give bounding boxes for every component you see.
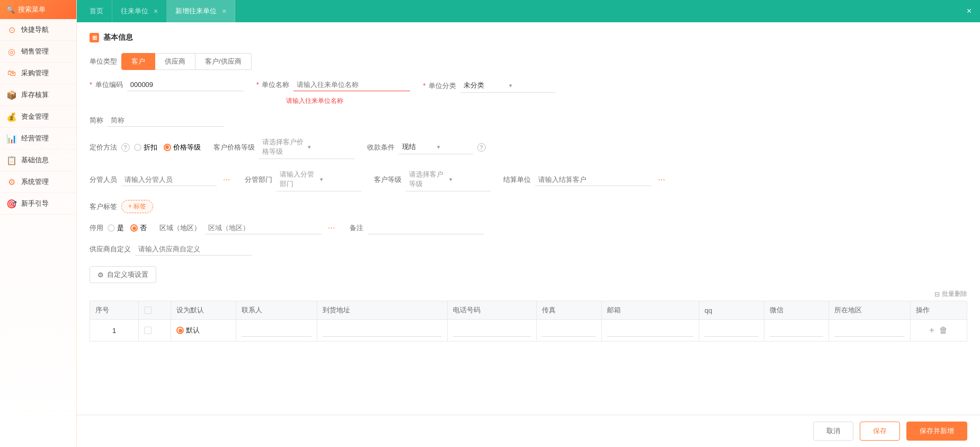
payment-terms-select[interactable]: 现结 ▾ — [399, 140, 473, 154]
custom-settings-label: 自定义项设置 — [107, 270, 148, 279]
search-menu-item[interactable]: 🔍 搜索菜单 — [0, 0, 76, 19]
table-row: 1 默认 — [90, 320, 967, 341]
sidebar-item-label: 基础信息 — [21, 155, 49, 165]
payment-terms-value: 现结 — [402, 142, 435, 152]
system-icon: ⚙ — [6, 177, 17, 187]
pricing-discount-label: 折扣 — [144, 143, 157, 152]
row-region-input[interactable] — [834, 324, 904, 337]
row-default-radio-item[interactable]: 默认 — [176, 326, 230, 335]
new-user-icon: 🎯 — [6, 198, 17, 209]
pricing-level-option[interactable]: 价格等级 — [164, 143, 201, 152]
sidebar-item-finance[interactable]: 💰 资金管理 — [0, 106, 76, 128]
disabled-no-radio — [130, 224, 138, 232]
unit-type-label: 单位类型 — [90, 57, 117, 66]
department-placeholder: 请输入分管部门 — [280, 170, 318, 189]
basic-info-icon: 📋 — [6, 155, 17, 165]
sidebar-item-operations[interactable]: 📊 经营管理 — [0, 128, 76, 150]
cancel-button[interactable]: 取消 — [813, 422, 853, 441]
col-email-header: 邮箱 — [601, 301, 699, 320]
customer-price-level-label: 客户价格等级 — [213, 143, 255, 152]
custom-settings-button[interactable]: ⚙ 自定义项设置 — [90, 266, 156, 283]
tab-new-partner[interactable]: 新增往来单位 × — [167, 0, 235, 22]
sidebar: 🔍 搜索菜单 ⊙ 快捷导航 ◎ 销售管理 🛍 采购管理 📦 库存核算 💰 资金管… — [0, 0, 77, 447]
row-wechat[interactable] — [764, 320, 829, 341]
customer-level-field: 客户等级 请选择客户等级 ▾ — [374, 168, 491, 191]
row-default: 默认 — [171, 320, 236, 341]
short-name-input[interactable] — [108, 114, 224, 127]
region-more-btn[interactable]: ··· — [326, 223, 337, 233]
disabled-no-label: 否 — [140, 223, 147, 233]
contacts-table: 序号 设为默认 联系人 到货地址 电话号码 — [90, 301, 967, 341]
sidebar-item-system[interactable]: ⚙ 系统管理 — [0, 171, 76, 193]
add-tag-button[interactable]: + 标签 — [121, 200, 153, 213]
disabled-no-option[interactable]: 否 — [130, 223, 147, 233]
section-title-label: 基本信息 — [103, 33, 133, 42]
row-default-label: 默认 — [186, 326, 200, 335]
row-email-input[interactable] — [607, 324, 693, 337]
unit-name-input[interactable] — [293, 78, 410, 91]
row-phone-input[interactable] — [453, 324, 531, 337]
unit-name-label: * 单位名称 — [256, 80, 290, 90]
payment-terms-help-icon[interactable]: ? — [477, 143, 486, 152]
unit-type-supplier-btn[interactable]: 供应商 — [155, 53, 195, 70]
sidebar-item-new-user[interactable]: 🎯 新手引导 — [0, 193, 76, 215]
row-contact[interactable] — [236, 320, 317, 341]
tab-partners[interactable]: 往来单位 × — [112, 0, 167, 22]
row-add-btn[interactable]: + — [928, 326, 936, 335]
batch-delete-area[interactable]: ⊟ 批量删除 — [90, 290, 967, 299]
customer-level-select[interactable]: 请选择客户等级 ▾ — [406, 168, 491, 191]
sidebar-item-quick-nav[interactable]: ⊙ 快捷导航 — [0, 19, 76, 41]
unit-type-both-btn[interactable]: 客户/供应商 — [195, 53, 252, 70]
row-wechat-input[interactable] — [770, 324, 824, 337]
manager-more-btn[interactable]: ··· — [221, 175, 232, 185]
sidebar-item-label: 经营管理 — [21, 134, 49, 143]
tab-new-partner-close[interactable]: × — [222, 7, 226, 15]
row-fax[interactable] — [537, 320, 602, 341]
pricing-help-icon[interactable]: ? — [121, 143, 130, 152]
manager-field: 分管人员 ··· — [90, 173, 232, 186]
settlement-unit-input[interactable] — [535, 173, 652, 186]
sidebar-item-inventory[interactable]: 📦 库存核算 — [0, 84, 76, 106]
settlement-unit-more-btn[interactable]: ··· — [656, 175, 667, 185]
payment-terms-field: 收款条件 现结 ▾ ? — [367, 140, 486, 154]
sidebar-item-basic-info[interactable]: 📋 基础信息 — [0, 150, 76, 171]
row-qq[interactable] — [699, 320, 764, 341]
save-and-new-button[interactable]: 保存并新增 — [906, 422, 967, 441]
save-button[interactable]: 保存 — [860, 422, 900, 441]
unit-type-customer-btn[interactable]: 客户 — [121, 53, 155, 70]
remark-input[interactable] — [368, 222, 484, 234]
department-select[interactable]: 请输入分管部门 ▾ — [277, 168, 361, 191]
sidebar-item-label: 快捷导航 — [21, 25, 49, 34]
select-all-checkbox[interactable] — [144, 306, 152, 314]
row-delete-btn[interactable]: 🗑 — [938, 326, 949, 335]
row-email[interactable] — [601, 320, 699, 341]
row-contact-input[interactable] — [242, 324, 311, 337]
row-address[interactable] — [317, 320, 447, 341]
search-menu-label: 搜索菜单 — [18, 5, 46, 14]
tab-partners-close[interactable]: × — [154, 7, 158, 15]
manager-input[interactable] — [121, 173, 217, 186]
unit-category-field: * 单位分类 未分类 ▾ — [423, 78, 556, 93]
search-icon: 🔍 — [6, 6, 15, 14]
tab-bar-close[interactable]: × — [963, 6, 976, 16]
tab-bar: 首页 往来单位 × 新增往来单位 × × — [77, 0, 980, 22]
sidebar-item-sales[interactable]: ◎ 销售管理 — [0, 41, 76, 63]
pricing-discount-option[interactable]: 折扣 — [134, 143, 157, 152]
row-checkbox[interactable] — [144, 327, 152, 334]
disabled-yes-option[interactable]: 是 — [108, 223, 124, 233]
row-region[interactable] — [829, 320, 910, 341]
unit-category-select[interactable]: 未分类 ▾ — [460, 78, 556, 93]
sidebar-item-purchase[interactable]: 🛍 采购管理 — [0, 63, 76, 84]
row-phone[interactable] — [447, 320, 537, 341]
batch-icon: ⊟ — [934, 291, 940, 298]
row-fax-input[interactable] — [542, 324, 596, 337]
region-input[interactable] — [205, 222, 322, 234]
tab-home[interactable]: 首页 — [81, 0, 112, 22]
col-wechat-header: 微信 — [764, 301, 829, 320]
customer-price-level-select[interactable]: 请选择客户价格等级 ▾ — [259, 135, 354, 159]
unit-code-input[interactable] — [127, 78, 244, 91]
supplier-custom-input[interactable] — [135, 243, 252, 256]
row-address-input[interactable] — [323, 324, 441, 337]
customer-tag-field: 客户标签 + 标签 — [90, 200, 153, 213]
row-qq-input[interactable] — [705, 324, 759, 337]
